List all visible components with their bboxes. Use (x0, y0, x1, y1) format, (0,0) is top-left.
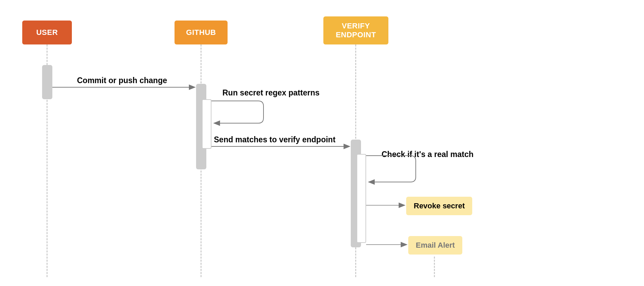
msg-send-matches: Send matches to verify endpoint (214, 135, 335, 144)
arrow-check-real (366, 156, 416, 182)
participant-verify-label: VERIFY ENDPOINT (333, 22, 379, 40)
msg-run-regex: Run secret regex patterns (222, 88, 320, 98)
participant-github-label: GITHUB (186, 28, 216, 37)
participant-user: USER (22, 21, 72, 44)
participant-github: GITHUB (175, 21, 228, 44)
action-revoke-label: Revoke secret (414, 202, 465, 210)
lifeline-email (434, 257, 435, 277)
activation-verify-inner (357, 154, 366, 243)
arrow-run-regex (211, 101, 263, 123)
action-email-label: Email Alert (416, 241, 455, 249)
action-email-alert: Email Alert (408, 236, 462, 255)
participant-user-label: USER (36, 28, 58, 37)
sequence-diagram: USER GITHUB VERIFY ENDPOINT Commit or pu… (0, 0, 644, 286)
action-revoke-secret: Revoke secret (406, 197, 472, 215)
activation-user (42, 65, 52, 99)
participant-verify: VERIFY ENDPOINT (323, 16, 388, 44)
activation-github-inner (202, 99, 211, 149)
msg-check-real: Check if it's a real match (382, 150, 474, 159)
msg-commit-push: Commit or push change (77, 76, 167, 85)
